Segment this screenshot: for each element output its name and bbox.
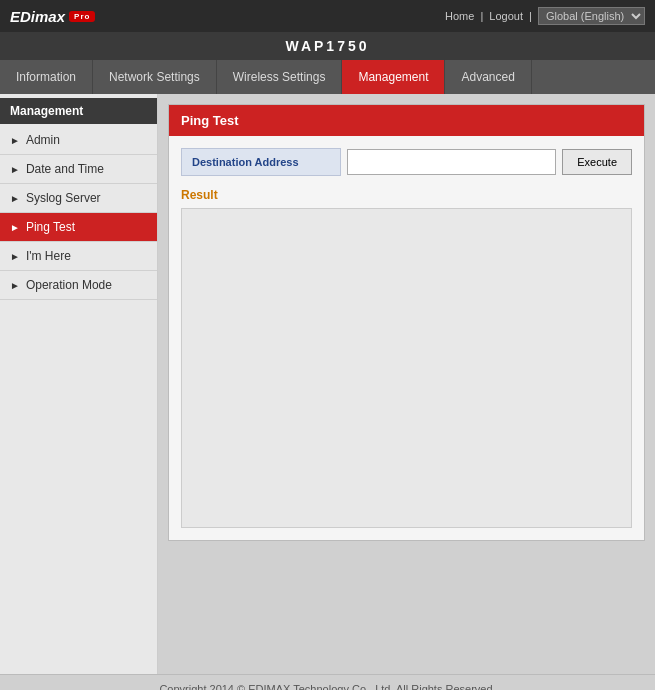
home-link[interactable]: Home [445, 10, 474, 22]
main-layout: Management ► Admin ► Date and Time ► Sys… [0, 94, 655, 674]
result-section: Result [181, 188, 632, 528]
language-select[interactable]: Global (English) [538, 7, 645, 25]
sidebar-item-syslog[interactable]: ► Syslog Server [0, 184, 157, 213]
sidebar-label-im-here: I'm Here [26, 249, 71, 263]
nav-network-settings[interactable]: Network Settings [93, 60, 217, 94]
destination-label: Destination Address [181, 148, 341, 176]
nav-management[interactable]: Management [342, 60, 445, 94]
destination-input[interactable] [347, 149, 556, 175]
arrow-icon: ► [10, 193, 20, 204]
header: EDimax Pro Home | Logout | Global (Engli… [0, 0, 655, 32]
arrow-icon: ► [10, 222, 20, 233]
result-label: Result [181, 188, 632, 202]
logo-area: EDimax Pro [10, 8, 95, 25]
device-model: WAP1750 [0, 32, 655, 60]
destination-row: Destination Address Execute [181, 148, 632, 176]
sidebar-label-syslog: Syslog Server [26, 191, 101, 205]
sidebar-label-ping-test: Ping Test [26, 220, 75, 234]
sidebar-title: Management [0, 98, 157, 124]
sidebar-label-date-time: Date and Time [26, 162, 104, 176]
sidebar-item-admin[interactable]: ► Admin [0, 126, 157, 155]
separator1: | [480, 10, 486, 22]
pro-badge: Pro [69, 11, 95, 22]
arrow-icon: ► [10, 251, 20, 262]
content-area: Ping Test Destination Address Execute Re… [158, 94, 655, 674]
sidebar-item-operation-mode[interactable]: ► Operation Mode [0, 271, 157, 300]
separator2: | [529, 10, 535, 22]
sidebar: Management ► Admin ► Date and Time ► Sys… [0, 94, 158, 674]
result-box [181, 208, 632, 528]
footer: Copyright 2014 © EDIMAX Technology Co., … [0, 674, 655, 690]
brand-logo: EDimax [10, 8, 65, 25]
destination-input-wrapper [347, 149, 556, 175]
content-panel: Ping Test Destination Address Execute Re… [168, 104, 645, 541]
sidebar-item-ping-test[interactable]: ► Ping Test [0, 213, 157, 242]
arrow-icon: ► [10, 135, 20, 146]
header-links: Home | Logout | Global (English) [445, 7, 645, 25]
nav-information[interactable]: Information [0, 60, 93, 94]
nav-advanced[interactable]: Advanced [445, 60, 531, 94]
arrow-icon: ► [10, 280, 20, 291]
execute-button[interactable]: Execute [562, 149, 632, 175]
logout-link[interactable]: Logout [489, 10, 523, 22]
sidebar-item-im-here[interactable]: ► I'm Here [0, 242, 157, 271]
sidebar-label-operation-mode: Operation Mode [26, 278, 112, 292]
page-title: Ping Test [169, 105, 644, 136]
footer-text: Copyright 2014 © EDIMAX Technology Co., … [159, 683, 495, 690]
nav-bar: Information Network Settings Wireless Se… [0, 60, 655, 94]
sidebar-item-date-time[interactable]: ► Date and Time [0, 155, 157, 184]
nav-wireless-settings[interactable]: Wireless Settings [217, 60, 343, 94]
arrow-icon: ► [10, 164, 20, 175]
content-body: Destination Address Execute Result [169, 136, 644, 540]
sidebar-label-admin: Admin [26, 133, 60, 147]
